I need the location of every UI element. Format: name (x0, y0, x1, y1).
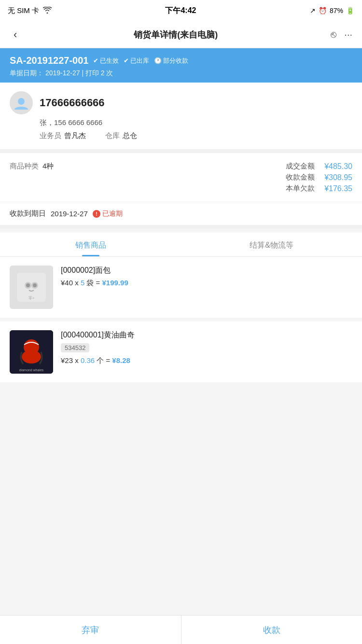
tab-products[interactable]: 销售商品 (0, 233, 181, 256)
due-date: 2019-12-27 (51, 210, 88, 218)
customer-account-id: 17666666666 (40, 97, 105, 109)
product-list: 零+ [0000002]面包 ¥40 x 5 袋 = ¥199.99 (0, 257, 362, 382)
product-name-2: [000400001]黄油曲奇 (61, 330, 352, 340)
warehouse-label: 仓库 (105, 131, 120, 140)
avatar (10, 91, 33, 114)
amount-value: ¥485.30 (324, 162, 352, 171)
bottom-bar: 弃审 收款 (0, 615, 362, 644)
owed-row: 本单欠款 ¥176.35 (286, 184, 352, 193)
date-label: 单据日期： (10, 69, 43, 77)
unit-1: 袋 (86, 279, 94, 287)
status-tag-effective: ✔ 已生效 (93, 56, 119, 65)
summary-left: 商品种类 4种 (10, 162, 54, 171)
product-thumb-1: 零+ (10, 266, 53, 309)
check-icon-2: ✔ (124, 57, 129, 64)
customer-meta: 业务员 曾凡杰 仓库 总仓 (40, 131, 352, 140)
banner-bottom: 单据日期： 2019-12-27 | 打印 2 次 (10, 69, 352, 78)
warehouse-info: 仓库 总仓 (105, 131, 137, 140)
battery-icon: 🔋 (346, 7, 354, 14)
status-tags: ✔ 已生效 ✔ 已出库 🕐 部分收款 (93, 56, 188, 65)
summary-grid: 商品种类 4种 成交金额 ¥485.30 收款金额 ¥308.95 本单欠款 ¥… (10, 162, 352, 193)
status-right: ↗ ⏰ 87% 🔋 (310, 7, 354, 14)
product-info-2: [000400001]黄油曲奇 534532 ¥23 x 0.36 个 = ¥8… (61, 330, 352, 365)
product-info-1: [0000002]面包 ¥40 x 5 袋 = ¥199.99 (61, 266, 352, 288)
svg-point-4 (26, 283, 30, 287)
received-value: ¥308.95 (324, 173, 352, 182)
product-price-2: ¥23 x 0.36 个 = ¥8.28 (61, 356, 352, 365)
carrier-label: 无 SIM 卡 (8, 6, 39, 15)
customer-info: 张，156 6666 6666 (40, 118, 352, 127)
order-id: SA-20191227-001 (10, 55, 88, 66)
customer-top: 17666666666 (10, 91, 352, 114)
sales-name: 曾凡杰 (64, 131, 86, 140)
clock-icon: 🕐 (154, 57, 162, 64)
nav-actions: ⎋ ··· (331, 29, 352, 40)
order-banner: SA-20191227-001 ✔ 已生效 ✔ 已出库 🕐 部分收款 单据日期：… (0, 48, 362, 83)
amount-label: 成交金额 (286, 162, 315, 171)
customer-section: 17666666666 张，156 6666 6666 业务员 曾凡杰 仓库 总… (0, 83, 362, 149)
product-count-label: 商品种类 (10, 162, 39, 171)
page-title: 销货单详情(来自电脑) (134, 29, 218, 41)
summary-right: 成交金额 ¥485.30 收款金额 ¥308.95 本单欠款 ¥176.35 (286, 162, 352, 193)
nav-bar: ‹ 销货单详情(来自电脑) ⎋ ··· (0, 21, 362, 48)
overdue-badge: ! 已逾期 (93, 210, 123, 218)
product-sku-2: 534532 (61, 343, 89, 352)
summary-section: 商品种类 4种 成交金额 ¥485.30 收款金额 ¥308.95 本单欠款 ¥… (0, 153, 362, 202)
status-tag-shipped: ✔ 已出库 (124, 56, 149, 65)
back-button[interactable]: ‹ (10, 25, 21, 45)
warehouse-name: 总仓 (123, 131, 137, 140)
banner-top: SA-20191227-001 ✔ 已生效 ✔ 已出库 🕐 部分收款 (10, 55, 352, 66)
divider-1 (0, 149, 362, 153)
check-icon-1: ✔ (93, 57, 98, 64)
tabs-section: 销售商品 结算&物流等 (0, 233, 362, 257)
divider-2 (0, 225, 362, 229)
svg-point-5 (33, 283, 37, 287)
svg-text:零+: 零+ (28, 296, 35, 300)
product-item-2: diamond whales [000400001]黄油曲奇 534532 ¥2… (0, 322, 362, 382)
svg-point-9 (22, 350, 41, 364)
wifi-icon (43, 7, 52, 15)
unit-price-1: ¥40 (61, 279, 73, 287)
product-name-1: [0000002]面包 (61, 266, 352, 276)
collect-button[interactable]: 收款 (181, 616, 362, 644)
status-time: 下午4:42 (165, 6, 196, 16)
status-tag-partial: 🕐 部分收款 (154, 56, 188, 65)
product-thumb-2: diamond whales (10, 330, 53, 374)
total-2: ¥8.28 (112, 356, 130, 364)
received-row: 收款金额 ¥308.95 (286, 173, 352, 182)
tabs: 销售商品 结算&物流等 (0, 233, 362, 256)
share-icon[interactable]: ⎋ (331, 29, 336, 40)
due-section: 收款到期日 2019-12-27 ! 已逾期 (0, 202, 362, 225)
unit-price-2: ¥23 (61, 356, 73, 364)
tab-settlement[interactable]: 结算&物流等 (181, 233, 362, 256)
product-count-value: 4种 (42, 162, 54, 171)
sales-label: 业务员 (40, 131, 61, 140)
battery-label: 87% (330, 7, 343, 14)
more-icon[interactable]: ··· (344, 29, 352, 40)
cancel-button[interactable]: 弃审 (0, 616, 181, 644)
received-label: 收款金额 (286, 173, 315, 182)
product-price-1: ¥40 x 5 袋 = ¥199.99 (61, 279, 352, 288)
qty-2: 0.36 (81, 356, 95, 364)
overdue-label: 已逾期 (102, 210, 123, 218)
svg-text:diamond whales: diamond whales (19, 368, 44, 372)
status-bar: 无 SIM 卡 下午4:42 ↗ ⏰ 87% 🔋 (0, 0, 362, 21)
total-1: ¥199.99 (102, 279, 128, 287)
due-label: 收款到期日 (10, 209, 46, 218)
amount-row: 成交金额 ¥485.30 (286, 162, 352, 171)
sales-info: 业务员 曾凡杰 (40, 131, 86, 140)
unit-2: 个 (97, 356, 104, 364)
status-left: 无 SIM 卡 (8, 6, 52, 15)
qty-1: 5 (81, 279, 84, 287)
order-date: 2019-12-27 (45, 69, 80, 77)
bottom-spacer (0, 386, 362, 419)
owed-label: 本单欠款 (286, 184, 315, 193)
product-count-row: 商品种类 4种 (10, 162, 54, 171)
svg-point-0 (18, 98, 25, 105)
print-info: | 打印 2 次 (82, 69, 113, 77)
overdue-icon: ! (93, 210, 100, 218)
alarm-icon: ⏰ (319, 7, 327, 14)
product-item-1: 零+ [0000002]面包 ¥40 x 5 袋 = ¥199.99 (0, 257, 362, 318)
owed-value: ¥176.35 (324, 184, 352, 193)
location-icon: ↗ (310, 7, 316, 14)
